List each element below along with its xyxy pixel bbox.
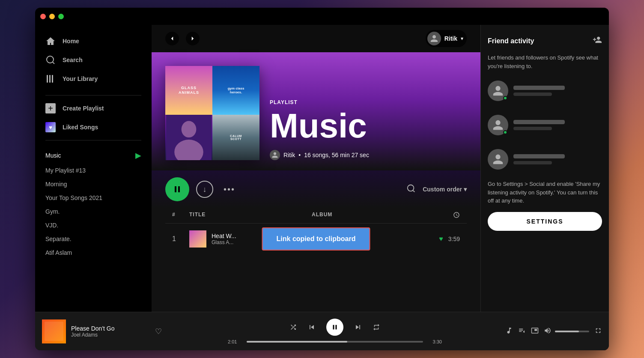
now-playing: Please Don't Go Joel Adams ♡ (42, 319, 162, 343)
custom-order-label: Custom order (423, 186, 462, 193)
app-window: Home Search (35, 8, 609, 350)
playlist-list: Music ▶ My Playlist #13 Morning Your Top… (35, 147, 152, 308)
download-button[interactable]: ↓ (196, 181, 213, 198)
friend-activity-sidebar: Friend activity Let friends and follower… (480, 25, 609, 312)
sidebar: Home Search (35, 25, 152, 312)
lyrics-button[interactable] (505, 327, 513, 336)
playlist-item-label: Morning (45, 181, 67, 188)
volume-fill (555, 331, 579, 332)
friend-activity-title: Friend activity (488, 37, 534, 45)
liked-songs-button[interactable]: ♥ Liked Songs (35, 118, 152, 137)
plus-icon: + (45, 103, 56, 113)
main-layout: Home Search (35, 25, 609, 312)
queue-button[interactable] (518, 327, 526, 336)
shuffle-button[interactable] (289, 323, 297, 331)
play-pause-button[interactable] (165, 177, 189, 201)
volume-area (544, 327, 589, 336)
like-track-button[interactable]: ♡ (155, 327, 162, 336)
liked-icon[interactable]: ♥ (439, 235, 443, 243)
content-area: Ritik ▾ GLASSANIMALS gym classheroes. (152, 25, 480, 312)
sidebar-item-library[interactable]: Your Library (35, 69, 152, 88)
sidebar-item-my-playlist-13[interactable]: My Playlist #13 (35, 164, 152, 177)
content-header: Ritik ▾ (152, 25, 480, 52)
chevron-down-icon: ▾ (461, 36, 463, 42)
next-button[interactable] (354, 323, 362, 331)
toast-message: Link copied to clipboard (277, 235, 356, 242)
heart-gradient-icon: ♥ (45, 122, 56, 132)
sidebar-item-atif-aslam[interactable]: Atif Aslam (35, 246, 152, 260)
forward-button[interactable] (186, 32, 200, 45)
friend-activity-cta: Go to Settings > Social and enable 'Shar… (488, 180, 602, 205)
total-time: 3:30 (428, 339, 442, 344)
friend-avatar (488, 149, 508, 170)
friend-name-placeholder (513, 86, 565, 90)
sidebar-item-home[interactable]: Home (35, 32, 152, 51)
player-play-pause-button[interactable] (326, 319, 343, 336)
friend-status-dot (503, 130, 507, 134)
playlist-meta-user: Ritik (283, 152, 295, 158)
library-label: Your Library (63, 75, 98, 82)
playlist-meta: Ritik • 16 songs, 56 min 27 sec (270, 150, 467, 160)
settings-button[interactable]: SETTINGS (488, 212, 602, 231)
playlist-item-label: Gym. (45, 208, 60, 215)
repeat-button[interactable] (373, 323, 380, 331)
custom-order-dropdown[interactable]: Custom order ▾ (423, 186, 467, 193)
friend-song-placeholder (513, 92, 552, 96)
header-num: # (172, 212, 189, 220)
traffic-lights (40, 14, 64, 19)
playlist-hero: GLASSANIMALS gym classheroes. (152, 52, 480, 170)
friend-info (513, 154, 602, 164)
track-duration: 3:59 (448, 236, 460, 242)
more-options-button[interactable]: ••• (220, 183, 239, 196)
sidebar-divider-2 (45, 140, 141, 140)
playlist-title: Music (270, 109, 467, 143)
library-icon (45, 74, 56, 84)
now-playing-artist: Joel Adams (71, 332, 150, 338)
now-playing-info: Please Don't Go Joel Adams (71, 325, 150, 338)
now-playing-indicator: ▶ (135, 151, 141, 160)
friend-avatar (488, 81, 508, 101)
player-buttons (289, 319, 380, 336)
sidebar-item-music[interactable]: Music ▶ (35, 147, 152, 164)
sidebar-item-separate[interactable]: Separate. (35, 232, 152, 246)
sidebar-item-search[interactable]: Search (35, 51, 152, 69)
cover-q4: CALUMSCOTT (212, 115, 259, 160)
close-button[interactable] (40, 14, 46, 19)
maximize-button[interactable] (58, 14, 64, 19)
previous-button[interactable] (307, 323, 316, 331)
friend-avatar (488, 115, 508, 135)
volume-icon[interactable] (544, 327, 552, 336)
add-friend-icon[interactable] (593, 35, 602, 47)
fullscreen-button[interactable] (594, 327, 602, 336)
volume-track[interactable] (555, 331, 589, 332)
svg-rect-2 (52, 75, 53, 83)
search-label: Search (63, 57, 83, 63)
progress-track[interactable] (247, 341, 423, 343)
friend-activity-description: Let friends and followers on Spotify see… (488, 54, 602, 70)
friend-sidebar-header: Friend activity (488, 35, 602, 47)
playlist-item-label: My Playlist #13 (45, 167, 86, 174)
playlist-item-label: Atif Aslam (45, 249, 72, 256)
header-album: ALBUM (312, 212, 434, 220)
cover-q1: GLASSANIMALS (165, 66, 212, 115)
back-button[interactable] (165, 32, 179, 45)
sidebar-item-morning[interactable]: Morning (35, 177, 152, 191)
playlist-cover: GLASSANIMALS gym classheroes. (165, 66, 259, 160)
extra-controls (508, 327, 602, 336)
track-list-header: # TITLE ALBUM (165, 208, 467, 224)
table-row[interactable]: 1 Heat W... Glass A... Link copied to cl… (165, 227, 467, 251)
user-menu[interactable]: Ritik ▾ (426, 30, 467, 47)
progress-bar-area: 2:01 3:30 (228, 339, 442, 344)
create-playlist-label: Create Playlist (63, 105, 104, 112)
sidebar-item-vjd[interactable]: VJD. (35, 218, 152, 232)
create-playlist-button[interactable]: + Create Playlist (35, 99, 152, 118)
sidebar-item-your-top-songs[interactable]: Your Top Songs 2021 (35, 191, 152, 205)
playlist-item-label: VJD. (45, 222, 58, 229)
pip-button[interactable] (531, 327, 539, 336)
svg-rect-1 (49, 75, 51, 83)
track-search-button[interactable] (406, 184, 416, 195)
sidebar-item-gym[interactable]: Gym. (35, 205, 152, 218)
sidebar-divider (45, 95, 141, 95)
friend-name-placeholder (513, 154, 565, 158)
minimize-button[interactable] (49, 14, 55, 19)
